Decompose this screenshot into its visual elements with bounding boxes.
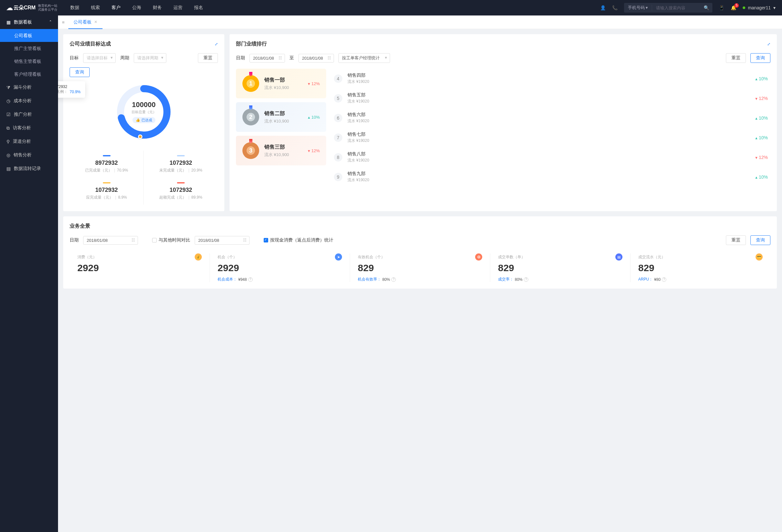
logo-sub1: 教育机构一站 [38,4,58,7]
rank-number: 4 [334,74,342,83]
metric-card: 机会（个）➤2929机会成本：¥948? [210,253,350,282]
label-to: 至 [289,55,294,61]
metric-icon: ✪ [475,253,482,260]
user-name: manager11 [748,5,771,10]
sidebar-item-icon: ⚲ [6,139,10,144]
nav-item[interactable]: 财务 [153,5,162,11]
date-compare[interactable]: 2018/01/08 [195,236,249,245]
sidebar: ▦ 数据看板 ˄ 公司看板推广主管看板销售主管看板客户经理看板 ⧩漏斗分析◷成本… [0,15,58,532]
label-target: 目标 [70,55,79,61]
label-date: 日期 [70,237,79,243]
cash-label: 按现金消费（返点后消费）统计 [270,237,333,243]
sidebar-item-label: 成本分析 [13,98,32,104]
panel-rank-title: 部门业绩排行 [236,41,267,47]
compare-label: 与其他时间对比 [158,237,190,243]
goal-stat: 1072932未完成量（元）|20.9% [144,150,218,178]
user-menu[interactable]: manager11 ▾ [743,5,776,10]
device-icon[interactable]: 📱 [719,5,724,10]
tooltip-value: 1072932 [58,84,67,89]
cash-checkbox[interactable]: 按现金消费（返点后消费）统计 [264,237,333,243]
tab-company-board[interactable]: 公司看板 ✕ [68,15,103,29]
close-icon[interactable]: ✕ [94,15,97,29]
tab-label: 公司看板 [73,15,92,29]
help-icon[interactable]: ? [248,277,253,282]
query-button[interactable]: 查询 [750,235,771,245]
menu-icon[interactable]: ≡ [62,20,65,25]
help-icon[interactable]: ? [391,277,396,282]
sidebar-item-label: 访客分析 [13,125,31,131]
compare-checkbox[interactable]: 与其他时间对比 [152,237,190,243]
metric-icon: ▤ [615,253,623,260]
date-main[interactable]: 2018/01/08 [83,236,138,245]
sidebar-item[interactable]: ▤数据流转记录 [0,162,58,175]
logo-sub2: 式服务云平台 [38,8,58,11]
sidebar-item-icon: ◎ [6,152,10,158]
reset-button[interactable]: 重置 [726,53,746,63]
sidebar-item[interactable]: ◎销售分析 [0,148,58,162]
sidebar-sub-item[interactable]: 推广主管看板 [0,42,58,55]
search-type-select[interactable]: 手机号码 ▾ [624,5,652,11]
nav-item[interactable]: 数据 [70,5,79,11]
label-period: 周期 [120,55,129,61]
nav-item[interactable]: 公海 [132,5,141,11]
panel-goal: 公司业绩目标达成 ⤢ 目标 请选择目标 周期 请选择周期 重置 查询 [63,34,224,211]
bell-icon[interactable]: 🔔5 [731,5,736,10]
search-icon[interactable]: 🔍 [701,5,712,10]
rank-card: 3销售三部流水 ¥10,900▼12% [236,136,326,166]
tooltip-ratio-value: 70.9% [70,90,80,94]
sidebar-sub-item[interactable]: 公司看板 [0,29,58,42]
rank-number: 9 [334,173,342,181]
panel-overview: 业务全景 日期 2018/01/08 与其他时间对比 2018/01/08 按现… [63,216,777,289]
donut-chart: 100000 目标总量（元） 👍已达成 [115,83,173,141]
sidebar-item[interactable]: ◷成本分析 [0,94,58,108]
medal-icon: 1 [242,75,259,92]
reset-button[interactable]: 重置 [198,53,218,63]
dashboard-icon: ▦ [6,20,11,25]
help-icon[interactable]: ? [524,277,528,282]
sidebar-item[interactable]: ⧉访客分析 [0,121,58,135]
nav-item[interactable]: 线索 [91,5,100,11]
donut-center-label: 目标总量（元） [132,110,156,114]
select-period[interactable]: 请选择周期 [134,53,166,63]
reset-button[interactable]: 重置 [726,235,746,245]
sidebar-item[interactable]: ⧩漏斗分析 [0,81,58,94]
help-icon[interactable]: ? [662,277,666,282]
metric-icon: ➤ [335,253,342,260]
expand-icon[interactable]: ⤢ [215,42,218,46]
search-type-label: 手机号码 [628,5,645,10]
select-stat-by[interactable]: 按工单客户经理统计 [339,53,390,63]
metric-card: 有效机会（个）✪829机会有效率：80%? [350,253,490,282]
nav-item[interactable]: 运营 [173,5,182,11]
expand-icon[interactable]: ⤢ [767,42,771,46]
query-button[interactable]: 查询 [750,53,771,63]
date-from[interactable]: 2018/01/08 [249,54,285,63]
query-button[interactable]: 查询 [70,67,90,77]
sidebar-item[interactable]: ☑推广分析 [0,108,58,121]
sidebar-item[interactable]: ⚲渠道分析 [0,135,58,148]
select-target[interactable]: 请选择目标 [83,53,116,63]
sidebar-item-icon: ☑ [6,112,11,117]
nav-item[interactable]: 报名 [194,5,203,11]
chevron-down-icon: ▾ [773,5,776,10]
status-dot [743,6,745,9]
sidebar-item-icon: ⧉ [6,126,10,131]
logo-text: 云朵CRM [13,4,35,11]
phone-icon[interactable]: 📞 [612,5,617,10]
goal-stat: 1072932应完成量（元）|8.9% [70,178,144,205]
rank-item: 6销售六部流水 ¥19020▲10% [331,108,771,128]
sidebar-group-dashboard[interactable]: ▦ 数据看板 ˄ [0,15,58,29]
sidebar-item-label: 漏斗分析 [13,84,32,90]
rank-item: 8销售八部流水 ¥19020▼12% [331,147,771,167]
panel-goal-title: 公司业绩目标达成 [70,41,111,47]
donut-tooltip: 1072932 所占比例：70.9% [58,81,85,98]
logo: ☁云朵CRM 教育机构一站式服务云平台 [6,4,58,11]
sidebar-sub-item[interactable]: 销售主管看板 [0,55,58,68]
person-icon[interactable]: 👤 [600,5,606,10]
date-to[interactable]: 2018/01/08 [298,54,334,63]
sidebar-sub-item[interactable]: 客户经理看板 [0,68,58,81]
donut-tag: 👍已达成 [133,117,155,123]
nav-item[interactable]: 客户 [111,5,120,11]
search-input[interactable] [652,5,701,10]
sidebar-group-label: 数据看板 [14,19,32,25]
rank-item: 9销售九部流水 ¥19020▲10% [331,167,771,187]
